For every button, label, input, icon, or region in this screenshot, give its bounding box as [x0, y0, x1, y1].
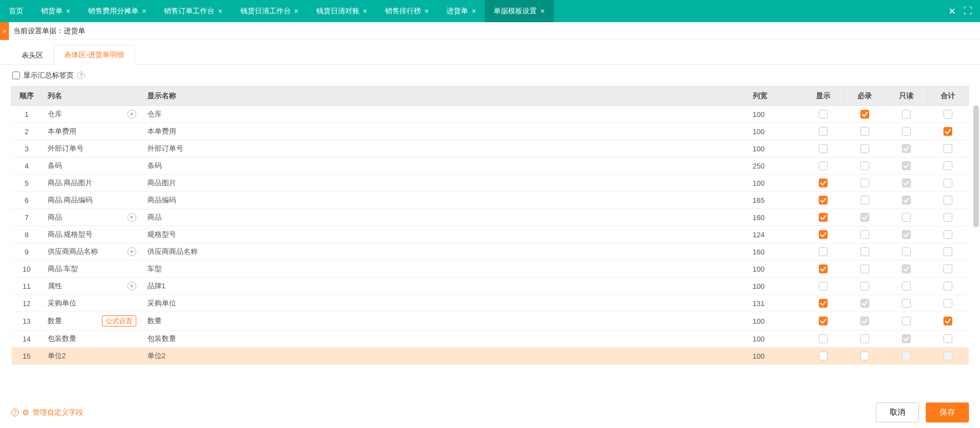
- cell-width[interactable]: 100: [747, 123, 803, 140]
- grid-checkbox[interactable]: [902, 127, 911, 136]
- table-row[interactable]: 3外部订单号外部订单号100: [12, 140, 969, 157]
- grid-checkbox[interactable]: [943, 127, 952, 136]
- fullscreen-icon[interactable]: ⛶: [963, 6, 972, 16]
- add-icon[interactable]: +: [127, 282, 136, 291]
- grid-checkbox[interactable]: [819, 351, 828, 360]
- grid-checkbox[interactable]: [819, 144, 828, 153]
- cell-width[interactable]: 131: [747, 295, 803, 312]
- grid-checkbox[interactable]: [860, 230, 869, 239]
- grid-checkbox[interactable]: [860, 144, 869, 153]
- grid-checkbox[interactable]: [943, 247, 952, 256]
- table-row[interactable]: 13数量公式设置数量100: [12, 312, 969, 330]
- cell-display[interactable]: 品牌1: [142, 278, 747, 295]
- grid-checkbox[interactable]: [819, 213, 828, 222]
- save-button[interactable]: 保存: [926, 402, 969, 404]
- table-row[interactable]: 14包装数量包装数量100: [12, 330, 969, 348]
- cell-width[interactable]: 100: [747, 330, 803, 348]
- cell-display[interactable]: 数量: [142, 312, 747, 330]
- vertical-scrollbar[interactable]: [973, 105, 979, 227]
- cell-width[interactable]: 100: [747, 106, 803, 123]
- grid-checkbox[interactable]: [902, 247, 911, 256]
- grid-checkbox[interactable]: [860, 179, 869, 187]
- cell-width[interactable]: 165: [747, 192, 803, 209]
- grid-checkbox[interactable]: [943, 230, 952, 239]
- grid-checkbox[interactable]: [902, 110, 911, 119]
- table-row[interactable]: 10商品.车型车型100: [12, 261, 969, 278]
- cell-width[interactable]: 250: [747, 157, 803, 175]
- cancel-button[interactable]: 取消: [876, 402, 919, 404]
- close-icon[interactable]: ×: [66, 7, 70, 16]
- close-icon[interactable]: ×: [363, 7, 367, 16]
- grid-checkbox[interactable]: [819, 230, 828, 239]
- grid-checkbox[interactable]: [943, 264, 952, 273]
- grid-checkbox[interactable]: [819, 334, 828, 343]
- top-tab-1[interactable]: 销货单×: [32, 0, 79, 22]
- grid-checkbox[interactable]: [819, 264, 828, 273]
- table-row[interactable]: 6商品.商品编码商品编码165: [12, 192, 969, 209]
- table-row[interactable]: 12采购单位采购单位131: [12, 295, 969, 312]
- table-row[interactable]: 9供应商商品名称+供应商商品名称160: [12, 243, 969, 261]
- top-tab-8[interactable]: 单据模板设置×: [485, 0, 553, 22]
- grid-checkbox[interactable]: [860, 196, 869, 205]
- cell-display[interactable]: 商品图片: [142, 175, 747, 192]
- table-row[interactable]: 15单位2单位2100: [12, 348, 969, 365]
- cell-display[interactable]: 单位2: [142, 348, 747, 365]
- cell-display[interactable]: 条码: [142, 157, 747, 175]
- expand-chevron-icon[interactable]: »: [0, 22, 9, 40]
- grid-checkbox[interactable]: [943, 144, 952, 153]
- cell-display[interactable]: 外部订单号: [142, 140, 747, 157]
- table-row[interactable]: 7商品+商品160: [12, 209, 969, 226]
- grid-checkbox[interactable]: [943, 179, 952, 187]
- sub-tab-1[interactable]: 表体区-进货单明细: [54, 45, 135, 65]
- close-all-icon[interactable]: ✕: [948, 6, 956, 17]
- top-tab-5[interactable]: 钱货日清对账×: [307, 0, 376, 22]
- cell-width[interactable]: 100: [747, 175, 803, 192]
- grid-checkbox[interactable]: [860, 334, 869, 343]
- grid-checkbox[interactable]: [943, 110, 952, 119]
- grid-checkbox[interactable]: [902, 317, 911, 325]
- top-tab-3[interactable]: 销售订单工作台×: [155, 0, 231, 22]
- add-icon[interactable]: +: [127, 213, 136, 222]
- grid-checkbox[interactable]: [819, 299, 828, 308]
- cell-width[interactable]: 124: [747, 226, 803, 243]
- grid-checkbox[interactable]: [819, 282, 828, 291]
- table-row[interactable]: 1仓库+仓库100: [12, 106, 969, 123]
- formula-tag[interactable]: 公式设置: [102, 315, 136, 327]
- top-tab-2[interactable]: 销售费用分摊单×: [79, 0, 155, 22]
- cell-width[interactable]: 160: [747, 243, 803, 261]
- cell-display[interactable]: 车型: [142, 261, 747, 278]
- add-icon[interactable]: +: [127, 247, 136, 256]
- grid-checkbox[interactable]: [819, 247, 828, 256]
- close-icon[interactable]: ×: [471, 7, 476, 16]
- cell-display[interactable]: 规格型号: [142, 226, 747, 243]
- grid-checkbox[interactable]: [819, 161, 828, 170]
- grid-checkbox[interactable]: [943, 334, 952, 343]
- grid-checkbox[interactable]: [860, 351, 869, 360]
- cell-display[interactable]: 采购单位: [142, 295, 747, 312]
- close-icon[interactable]: ×: [294, 7, 299, 16]
- cell-width[interactable]: 100: [747, 278, 803, 295]
- grid-checkbox[interactable]: [902, 299, 911, 308]
- grid-checkbox[interactable]: [943, 196, 952, 205]
- cell-width[interactable]: 160: [747, 209, 803, 226]
- cell-display[interactable]: 供应商商品名称: [142, 243, 747, 261]
- close-icon[interactable]: ×: [142, 7, 146, 16]
- add-icon[interactable]: +: [127, 110, 136, 119]
- table-row[interactable]: 5商品.商品图片商品图片100: [12, 175, 969, 192]
- grid-checkbox[interactable]: [860, 127, 869, 136]
- cell-display[interactable]: 本单费用: [142, 123, 747, 140]
- table-row[interactable]: 8商品.规格型号规格型号124: [12, 226, 969, 243]
- cell-display[interactable]: 商品编码: [142, 192, 747, 209]
- grid-checkbox[interactable]: [943, 161, 952, 170]
- top-tab-4[interactable]: 钱货日清工作台×: [232, 0, 307, 22]
- grid-checkbox[interactable]: [943, 299, 952, 308]
- grid-checkbox[interactable]: [819, 127, 828, 136]
- close-icon[interactable]: ×: [218, 7, 222, 16]
- close-icon[interactable]: ×: [540, 7, 545, 16]
- show-summary-checkbox[interactable]: [12, 72, 20, 79]
- grid-checkbox[interactable]: [860, 110, 869, 119]
- grid-checkbox[interactable]: [860, 247, 869, 256]
- table-row[interactable]: 4条码条码250: [12, 157, 969, 175]
- help-icon[interactable]: ?: [77, 72, 85, 79]
- grid-checkbox[interactable]: [860, 264, 869, 273]
